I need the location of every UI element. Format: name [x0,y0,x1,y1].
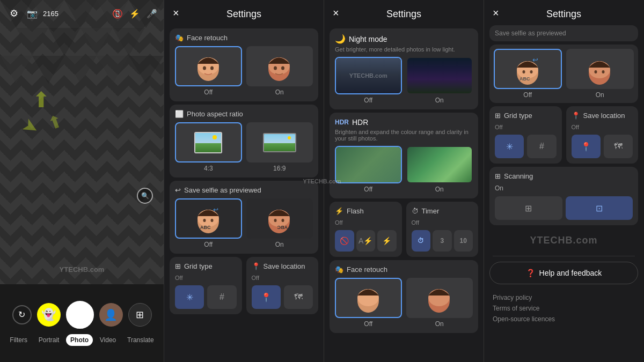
face-retouch-on-2[interactable]: On [406,278,473,328]
tab-photo[interactable]: Photo [66,334,93,346]
loc-off-btn-3[interactable]: 📍 [572,135,601,158]
selfie-off-3[interactable]: ABC ↩ Off [494,49,562,99]
face-retouch-off-2[interactable]: Off [335,278,402,328]
selfie-face-on-3 [585,51,614,86]
face-retouch-off-label-2: Off [364,320,372,328]
save-location-buttons: 📍 🗺 [252,285,313,309]
tab-translate[interactable]: Translate [123,334,158,346]
aspect-ratio-label: ⬜ Photo aspect ratio [175,110,313,118]
loc-on-btn-3[interactable]: 🗺 [604,135,633,158]
camera-preview: ⬆ ➤ ⬆ ⚙ 📷 2165 📵 ⚡ 🎤 🔍 YTECHB.com [0,0,164,284]
refresh-icon[interactable]: ↻ [12,305,32,324]
grid-on-btn-3[interactable]: # [527,135,556,158]
privacy-policy-link[interactable]: Privacy policy [493,294,635,301]
night-mode-options: YTECHB.com Off On [335,57,473,104]
ratio-4-3-preview [175,122,242,162]
save-location-label: 📍 Save location [252,262,313,270]
snapchat-icon[interactable]: 👻 [37,303,61,327]
hdr-off[interactable]: YTECHB.com Off [335,146,402,193]
tab-portrait[interactable]: Portrait [34,334,64,346]
face-retouch-icon: 🎭 [175,34,184,42]
face-retouch-icon-2: 🎭 [335,265,343,274]
face-retouch-on-label-2: On [435,320,444,328]
settings-icon[interactable]: ⚙ [6,6,21,21]
svg-text:↩: ↩ [532,56,538,64]
hdr-on[interactable]: On [406,146,473,193]
timer-icon: ⏱ [412,207,419,215]
flash-timer-row: ⚡ Flash Off 🚫 A⚡ ⚡ ⏱ Timer Off ⏱ 3 10 [330,202,478,257]
ratio-16-9-label: 16:9 [273,165,286,172]
flash-off-button[interactable]: 🚫 [335,230,354,252]
scanning-on-button[interactable]: ⊡ [566,196,633,220]
night-on[interactable]: On [406,57,473,104]
close-button-1[interactable]: × [173,6,179,19]
hdr-options: YTECHB.com Off On [335,146,473,193]
grid-off-button[interactable]: ✳ [175,285,204,309]
hdr-off-label: Off [364,186,372,193]
night-mode-header: 🌙 Night mode [335,34,473,44]
location-off-button[interactable]: 📍 [252,285,281,309]
selfie-off-label-1: Off [204,241,213,248]
timer-off-button[interactable]: ⏱ [412,230,431,252]
selfie-on-1[interactable]: ABC On [246,198,313,248]
flash-on-button[interactable]: ⚡ [377,230,397,252]
terms-link[interactable]: Terms of service [493,305,635,312]
ratio-16-9[interactable]: 16:9 [246,122,313,172]
face-retouch-off-label: Off [204,88,213,96]
shutter-button[interactable] [66,301,94,329]
night-off-preview: YTECHB.com [335,57,402,94]
timer-10-button[interactable]: 10 [454,230,473,252]
tab-video[interactable]: Video [96,334,120,346]
tab-filters[interactable]: Filters [5,334,32,346]
face-retouch-on[interactable]: On [246,46,313,96]
night-mode-title: Night mode [349,35,387,43]
svg-marker-5 [16,28,48,56]
face-retouch-options: Off On [175,46,313,96]
scanning-off-button[interactable]: ⊞ [495,196,562,220]
qr-icon[interactable]: ⊞ [128,303,152,327]
watermark-3: YTECHB.com [484,228,643,253]
aspect-ratio-options: 4:3 16:9 [175,122,313,172]
save-location-card-3: 📍 Save location Off 📍 🗺 [566,106,639,164]
save-selfie-top: Save selfie as previewed [489,25,638,41]
close-button-3[interactable]: × [493,6,499,19]
grid-off-btn-3[interactable]: ✳ [495,135,524,158]
aspect-ratio-section: ⬜ Photo aspect ratio 4:3 [170,105,318,178]
svg-text:↩: ↩ [213,206,218,213]
svg-marker-13 [129,56,164,84]
camera-bottom-bar: ↻ 👻 👤 ⊞ Filters Portrait Photo Video Tra… [0,284,164,362]
scanning-icon: ⊞ [495,172,501,180]
close-button-2[interactable]: × [333,6,339,19]
selfie-off-1[interactable]: ABC ↩ Off [175,198,242,248]
selfie-on-3[interactable]: On [566,49,634,99]
face-retouch-off[interactable]: Off [175,46,242,96]
location-on-button[interactable]: 🗺 [284,285,313,309]
scanning-buttons: ⊞ ⊡ [495,196,633,220]
hdr-section: HDR HDR Brighten and expand the colour r… [330,113,478,198]
flash-icon: ⚡ [335,207,343,215]
night-on-label: On [435,97,444,104]
portrait-icon[interactable]: 👤 [99,303,123,327]
night-off[interactable]: YTECHB.com Off [335,57,402,104]
svg-point-34 [282,219,284,222]
phone-slash-icon: 📵 [112,9,123,19]
ratio-4-3[interactable]: 4:3 [175,122,242,172]
timer-3-button[interactable]: 3 [433,230,452,252]
svg-marker-8 [113,28,145,56]
mode-tabs: Filters Portrait Photo Video Translate [4,334,159,346]
help-feedback-button[interactable]: ❓ Help and feedback [489,262,638,284]
settings-panel-3: × Settings Save selfie as previewed ABC … [484,0,643,362]
save-selfie-options-1: ABC ↩ Off [175,198,313,248]
mic-slash-icon: 🎤 [147,9,157,19]
settings-header-1: × Settings [164,0,324,25]
flash-auto-button[interactable]: A⚡ [356,230,376,252]
selfie-off-preview-3: ABC ↩ [494,49,562,89]
selfie-options-3: ABC ↩ Off On [494,49,634,99]
grid-on-button[interactable]: # [207,285,236,309]
night-mode-desc: Get brighter, more detailed photos in lo… [335,46,473,53]
zoom-button[interactable]: 🔍 [137,188,153,204]
opensource-link[interactable]: Open-source licences [493,315,635,323]
face-on-illustration [265,49,294,84]
svg-point-23 [274,67,277,70]
night-mode-icon: 🌙 [335,34,346,44]
